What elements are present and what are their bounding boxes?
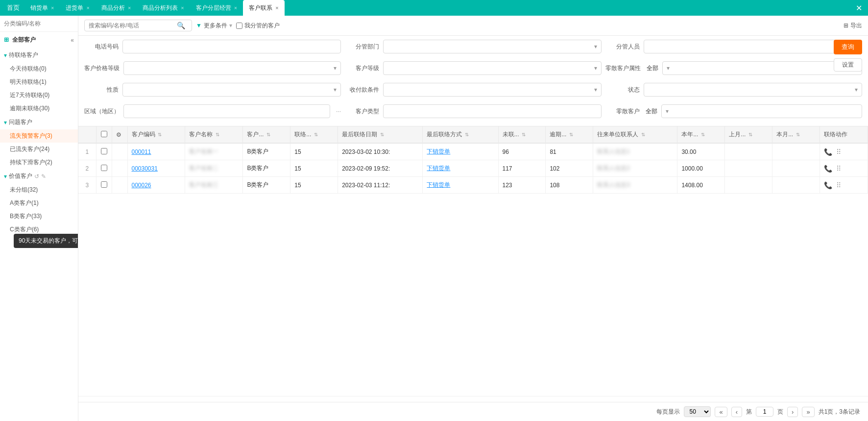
row-check-1[interactable] [96,143,112,160]
filter-customer-level: 客户等级 ▾ [345,61,602,75]
sidebar-item-ungrouped[interactable]: 未分组(32) [0,183,78,197]
sort-icon-not-contacted[interactable]: ⇅ [522,132,526,137]
action-phone-icon-3[interactable]: 📞 [824,181,832,189]
phone-input[interactable] [122,40,341,53]
close-tab-sales[interactable]: × [51,5,54,11]
action-more-icon-1[interactable]: ⠿ [836,148,841,156]
col-settings[interactable]: ⚙ [112,126,127,143]
query-button[interactable]: 查询 [834,40,862,54]
person-select[interactable] [644,40,851,53]
close-tab-analysis-list[interactable]: × [181,5,184,11]
sidebar-item-declining[interactable]: 持续下滑客户(2) [0,156,78,169]
tab-analysis-list[interactable]: 商品分析列表 × [137,0,190,16]
sidebar-item-class-b[interactable]: B类客户(33) [0,210,78,223]
region-label: 区域（地区） [84,107,120,116]
close-tab-customer-contact[interactable]: × [275,5,278,11]
sort-icon-last-type[interactable]: ⇅ [465,132,469,137]
my-customers-checkbox[interactable]: 我分管的客户 [236,22,280,30]
sidebar-item-week-pending[interactable]: 近7天待联络(0) [0,89,78,102]
next-page-btn[interactable]: › [787,407,798,417]
window-close-icon[interactable]: ✕ [856,3,866,13]
tab-customer-contact[interactable]: 客户联系 × [243,0,284,16]
sort-icon-partner[interactable]: ⇅ [641,132,645,137]
row-num-2: 2 [78,160,96,177]
col-this-month: 本月... ⇅ [772,126,820,143]
main-search-icon[interactable]: 🔍 [177,22,185,29]
horizontal-scrollbar[interactable] [78,396,868,402]
price-level-select[interactable]: ▾ [123,61,341,75]
sidebar-item-tomorrow-pending[interactable]: 明天待联络(1) [0,75,78,89]
tab-home[interactable]: 首页 [2,3,24,12]
sort-icon-overdue[interactable]: ⇅ [569,132,573,137]
content-area: 🔍 ▼ 更多条件 ▾ 我分管的客户 ⊞ 导出 [78,16,868,421]
settings-button[interactable]: 设置 [834,58,862,72]
row-check-2[interactable] [96,160,112,177]
sidebar-item-churn-warning[interactable]: 流失预警客户(3) [0,129,78,143]
sidebar-group-problem-header[interactable]: ▾ 问题客户 [0,115,78,129]
sidebar-item-churned[interactable]: 已流失客户(24) [0,143,78,156]
row-code-2[interactable]: 00030031 [127,160,185,177]
sidebar-collapse-icon[interactable]: « [71,37,74,44]
close-tab-analysis[interactable]: × [128,5,131,11]
last-page-btn[interactable]: » [802,407,814,417]
action-more-icon-3[interactable]: ⠿ [836,181,841,189]
export-btn[interactable]: ⊞ 导出 [844,22,862,30]
row-last-date-3: 2023-02-03 11:12: [338,177,423,194]
action-more-icon-2[interactable]: ⠿ [836,165,841,173]
zero-attr-select[interactable]: ▾ [662,61,862,75]
main-search-input[interactable] [89,22,177,29]
row-last-type-2[interactable]: 下销货单 [423,160,498,177]
tab-purchase[interactable]: 进货单 × [60,0,95,16]
row-code-1[interactable]: 000011 [127,143,185,160]
page-input[interactable] [756,407,773,417]
close-tab-customer-tier[interactable]: × [234,5,237,11]
sort-icon-contact[interactable]: ⇅ [314,132,318,137]
action-phone-icon-2[interactable]: 📞 [824,165,832,173]
status-select[interactable]: ▾ [644,83,862,97]
sidebar-item-today-pending[interactable]: 今天待联络(0) [0,62,78,75]
refresh-icon[interactable]: ↺ [34,173,39,180]
sidebar-item-class-a[interactable]: A类客户(1) [0,197,78,210]
filter-row-1: 电话号码 [84,40,341,53]
customer-level-select[interactable]: ▾ [383,61,602,75]
sort-icon-last-date[interactable]: ⇅ [380,132,384,137]
sort-icon-last-month[interactable]: ⇅ [748,132,752,137]
more-conditions-btn[interactable]: ▼ 更多条件 ▾ [196,22,232,30]
customer-type-select[interactable] [383,104,602,118]
tab-analysis[interactable]: 商品分析 × [96,0,137,16]
tab-customer-tier[interactable]: 客户分层经营 × [190,0,243,16]
sort-icon-name[interactable]: ⇅ [216,132,219,137]
close-tab-purchase[interactable]: × [86,5,89,11]
gender-select[interactable]: ▾ [122,83,341,97]
row-check-3[interactable] [96,177,112,194]
first-page-btn[interactable]: « [715,407,727,417]
sidebar-search-input[interactable] [4,20,77,27]
table-row: 1 000011 客户名称一 B类客户 15 2023-03 [78,143,868,160]
payment-select[interactable]: ▾ [383,83,602,97]
sidebar-item-overdue-pending[interactable]: 逾期未联络(30) [0,102,78,115]
row-last-type-3[interactable]: 下销货单 [423,177,498,194]
zero-customer-select[interactable]: ▾ [661,104,862,118]
select-all-checkbox[interactable] [101,131,107,137]
sidebar-group-pending-header[interactable]: ▾ 待联络客户 [0,48,78,62]
sort-icon-this-year[interactable]: ⇅ [701,132,705,137]
sort-icon-code[interactable]: ⇅ [158,132,162,137]
tab-sales[interactable]: 销货单 × [24,0,60,16]
my-customers-check[interactable] [236,23,242,29]
row-code-3[interactable]: 000026 [127,177,185,194]
dept-select[interactable]: ▾ [383,40,602,53]
prev-page-btn[interactable]: ‹ [731,407,742,417]
sort-icon-this-month[interactable]: ⇅ [796,132,800,137]
action-phone-icon-1[interactable]: 📞 [824,148,832,156]
sidebar-group-value-header[interactable]: ▾ 价值客户 ↺ ✎ [0,169,78,183]
row-last-type-1[interactable]: 下销货单 [423,143,498,160]
sort-icon-type[interactable]: ⇅ [266,132,270,137]
row-this-month-3 [772,177,820,194]
edit-icon[interactable]: ✎ [41,173,46,180]
region-select[interactable] [123,104,330,118]
all-customers-header[interactable]: ⊞ 全部客户 « [0,32,78,48]
main-layout: 🔍 ⊞ 全部客户 « ▾ 待联络客户 今天待联络(0) 明天待联络(1) 近7天… [0,16,868,421]
per-page-select[interactable]: 50 20 100 [684,406,711,417]
row-overdue-2: 102 [546,160,593,177]
region-dots[interactable]: ··· [336,108,341,115]
